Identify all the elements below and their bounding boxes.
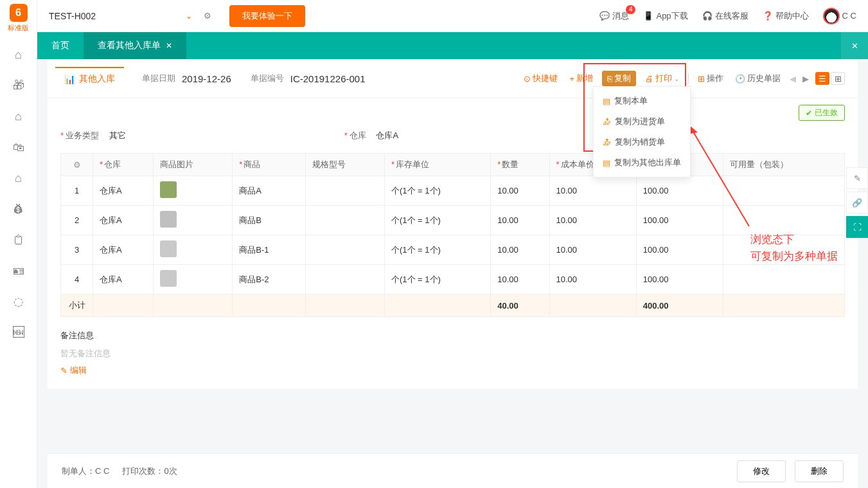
copy-as-sales[interactable]: 📤︎复制为销货单 <box>594 132 690 152</box>
product-image-icon <box>160 181 177 198</box>
operations-button[interactable]: ⊞操作 <box>695 71 726 86</box>
cell-qty: 10.00 <box>491 206 549 235</box>
copy-this-doc[interactable]: ▤复制本单 <box>594 91 690 111</box>
cell-unit: 个(1个 = 1个) <box>384 235 490 265</box>
table-config-icon[interactable]: ⚙ <box>61 154 93 176</box>
float-note-icon[interactable]: ✎ <box>846 167 868 189</box>
cell-warehouse: 仓库A <box>93 176 154 206</box>
edit-remarks-link[interactable]: ✎ 编辑 <box>60 365 845 376</box>
view-list-button[interactable]: ☰ <box>815 72 829 85</box>
left-sidebar: 6 标准版 ⌂ 🎁︎ ⌂ 🛍︎ ⌂ 💰︎ 📋︎ 🪪︎ ◌ 🆕︎ <box>0 0 37 488</box>
copy-dropdown: ▤复制本单 📥︎复制为进货单 📤︎复制为销货单 ▤复制为其他出库单 <box>593 86 691 177</box>
next-icon[interactable]: ▶ <box>802 74 809 84</box>
clipboard-icon[interactable]: 📋︎ <box>7 228 30 251</box>
close-icon[interactable]: ✕ <box>166 41 172 50</box>
org-selector[interactable]: TEST-H002 ⌄ <box>49 11 192 21</box>
cell-amount: 100.00 <box>636 235 723 265</box>
org-name: TEST-H002 <box>49 11 96 21</box>
tab-view-other-inbound[interactable]: 查看其他入库单 ✕ <box>84 32 186 59</box>
table-row[interactable]: 4 仓库A 商品B-2 个(1个 = 1个) 10.00 10.00 100.0… <box>61 265 845 294</box>
cell-price: 10.00 <box>549 235 636 265</box>
subtotal-amount: 400.00 <box>636 294 723 317</box>
gift-icon[interactable]: 🎁︎ <box>7 74 30 97</box>
divider <box>688 73 689 84</box>
card-tab-other-inbound[interactable]: 📊 其他入库 <box>55 67 124 90</box>
help-center-link[interactable]: ❓ 帮助中心 <box>763 10 809 22</box>
grid-icon: ⊞ <box>698 74 705 84</box>
logo[interactable]: 6 标准版 <box>8 4 29 33</box>
cell-amount: 100.00 <box>636 206 723 235</box>
tabs-bar: 首页 查看其他入库单 ✕ ✕ <box>37 32 868 59</box>
settings-gear-icon[interactable]: ⚙ <box>204 11 211 21</box>
money-icon[interactable]: 💰︎ <box>7 197 30 221</box>
new-icon[interactable]: 🆕︎ <box>7 321 30 344</box>
chevron-down-icon: ⌄ <box>186 12 192 21</box>
float-link-icon[interactable]: 🔗 <box>846 192 868 213</box>
chevron-down-icon: ⌄ <box>674 75 679 82</box>
print-button[interactable]: 🖨︎打印⌄ <box>642 71 682 86</box>
remarks-title: 备注信息 <box>60 330 845 341</box>
loading-icon[interactable]: ◌ <box>7 290 30 313</box>
items-table: ⚙ *仓库 商品图片 *商品 规格型号 *库存单位 *数量 *成本单价 *成本金… <box>60 153 845 317</box>
customer-service-link[interactable]: 🎧 在线客服 <box>702 10 748 22</box>
home-icon[interactable]: ⌂ <box>7 43 30 66</box>
view-grid-button[interactable]: ⊞ <box>831 72 845 85</box>
copy-as-purchase[interactable]: 📥︎复制为进货单 <box>594 111 690 132</box>
cell-avail <box>723 206 844 235</box>
new-button[interactable]: +新增 <box>567 71 596 86</box>
cell-warehouse: 仓库A <box>93 265 154 294</box>
target-icon: ⊙ <box>524 74 531 84</box>
id-icon[interactable]: 🪪︎ <box>7 259 30 282</box>
cell-spec <box>305 206 384 235</box>
cell-avail <box>723 265 844 294</box>
delete-button[interactable]: 删除 <box>795 460 844 482</box>
headset-icon: 🎧 <box>702 11 713 21</box>
bag-icon[interactable]: 🛍︎ <box>7 136 30 159</box>
cell-amount: 100.00 <box>636 265 723 294</box>
prev-icon[interactable]: ◀ <box>790 74 796 84</box>
top-header: TEST-H002 ⌄ ⚙ 我要体验一下 💬 消息 4 📱 App下载 🎧 在线… <box>37 0 868 32</box>
trial-button[interactable]: 我要体验一下 <box>229 5 305 27</box>
cell-qty: 10.00 <box>491 235 549 265</box>
history-button[interactable]: 🕑历史单据 <box>732 71 783 86</box>
copy-as-other-outbound[interactable]: ▤复制为其他出库单 <box>594 152 690 173</box>
cell-price: 10.00 <box>549 206 636 235</box>
print-icon: 🖨︎ <box>645 74 653 84</box>
table-row[interactable]: 2 仓库A 商品B 个(1个 = 1个) 10.00 10.00 100.00 <box>61 206 845 235</box>
subtotal-label: 小计 <box>61 294 93 317</box>
product-image-icon <box>160 270 177 287</box>
cell-avail <box>723 176 844 206</box>
modify-button[interactable]: 修改 <box>737 460 786 482</box>
cell-unit: 个(1个 = 1个) <box>384 265 490 294</box>
inbox-icon: 📥︎ <box>603 117 611 127</box>
cell-qty: 10.00 <box>491 265 549 294</box>
creator-label: 制单人： <box>62 465 95 477</box>
copy-button[interactable]: ⎘复制 <box>602 71 636 86</box>
subtotal-row: 小计 40.00 400.00 <box>61 294 845 317</box>
copy-icon: ⎘ <box>607 74 612 84</box>
cell-product: 商品A <box>233 176 306 206</box>
app-download-link[interactable]: 📱 App下载 <box>643 10 687 22</box>
subtotal-qty: 40.00 <box>491 294 549 317</box>
table-row[interactable]: 3 仓库A 商品B-1 个(1个 = 1个) 10.00 10.00 100.0… <box>61 235 845 265</box>
cell-product: 商品B-2 <box>233 265 306 294</box>
product-image-icon <box>160 240 177 257</box>
messages-link[interactable]: 💬 消息 4 <box>599 10 629 22</box>
shortcut-button[interactable]: ⊙快捷键 <box>521 71 560 86</box>
cell-unit: 个(1个 = 1个) <box>384 176 490 206</box>
table-row[interactable]: 1 仓库A 商品A 个(1个 = 1个) 10.00 10.00 100.00 <box>61 176 845 206</box>
warehouse-icon[interactable]: ⌂ <box>7 167 30 190</box>
user-menu[interactable]: C C <box>823 8 856 24</box>
close-all-tabs[interactable]: ✕ <box>841 32 868 59</box>
cell-product: 商品B-1 <box>233 235 306 265</box>
warehouse-field: *仓库 仓库A <box>344 130 398 141</box>
row-index: 2 <box>61 206 93 235</box>
house-icon[interactable]: ⌂ <box>7 105 30 128</box>
cell-product: 商品B <box>233 206 306 235</box>
tab-home[interactable]: 首页 <box>37 32 84 59</box>
cell-image <box>153 206 232 235</box>
remarks-empty: 暂无备注信息 <box>60 348 845 359</box>
date-label: 单据日期 <box>142 73 175 84</box>
cell-price: 10.00 <box>549 176 636 206</box>
float-expand-icon[interactable]: ⛶ <box>846 216 868 238</box>
